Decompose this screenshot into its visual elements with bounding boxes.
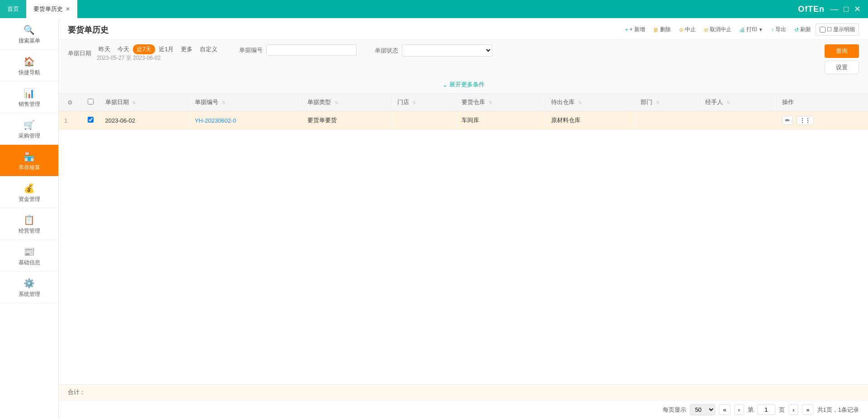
settings-button[interactable]: 设置 [825, 61, 859, 74]
top-bar-right: OfTEn — □ ✕ [798, 4, 868, 14]
sidebar-item-inventory[interactable]: 🏪 库存核算 [0, 145, 58, 176]
pending-warehouse-col-header: 待出仓库 ⇅ [546, 94, 635, 111]
sidebar-item-operation[interactable]: 📋 经营管理 [0, 208, 58, 240]
table-footer: 合计： [59, 384, 868, 400]
operation-icon: 📋 [24, 214, 35, 225]
sidebar-item-search[interactable]: 🔍 搜索菜单 [0, 18, 58, 50]
tab-close-icon[interactable]: ✕ [66, 6, 70, 12]
sidebar-item-sales-label: 销售管理 [19, 100, 40, 108]
sidebar-item-sales[interactable]: 📊 销售管理 [0, 81, 58, 113]
expand-filter-button[interactable]: ⌄ 展开更多条件 [443, 81, 485, 89]
filter-fields: 单据日期 昨天 今天 近7天 近1月 更多 自定义 2023-05-27 至 2… [68, 44, 816, 62]
last-page-button[interactable]: » [802, 405, 813, 415]
doc-date-col-label: 单据日期 [105, 99, 129, 105]
query-button[interactable]: 查询 [825, 44, 859, 58]
window-close-icon[interactable]: ✕ [854, 4, 861, 14]
stop-label: 中止 [685, 26, 696, 33]
display-cell-button[interactable]: ☐ 显示明细 [816, 24, 859, 36]
footer-total-label: 合计： [68, 388, 85, 396]
refresh-icon: ↺ [794, 27, 799, 33]
store-sort-icon[interactable]: ⇅ [412, 100, 416, 105]
table-settings-icon[interactable]: ⚙ [67, 99, 73, 106]
docstatus-select[interactable] [402, 44, 492, 57]
sidebar-item-operation-label: 经营管理 [19, 227, 40, 235]
date-btn-7days[interactable]: 近7天 [133, 44, 155, 54]
content-area: 要货单历史 + + 新增 🗑 删除 ⊘ 中止 ⊘ 取消中止 [59, 18, 868, 419]
delete-button[interactable]: 🗑 删除 [650, 24, 675, 35]
date-btn-today[interactable]: 今天 [114, 44, 133, 54]
doc-type-col-label: 单据类型 [307, 99, 331, 105]
display-cell-checkbox[interactable] [820, 27, 826, 33]
doc-date-sort-icon[interactable]: ⇅ [132, 100, 136, 105]
page-unit: 页 [779, 406, 785, 414]
docstatus-filter-label: 单据状态 [375, 47, 398, 55]
sidebar-item-system[interactable]: ⚙️ 系统管理 [0, 271, 58, 303]
row-doc-no-link[interactable]: YH-20230602-0 [195, 117, 236, 124]
tab-home[interactable]: 首页 [0, 0, 26, 18]
sidebar-item-finance[interactable]: 💰 资金管理 [0, 176, 58, 208]
first-page-button[interactable]: « [719, 405, 730, 415]
prev-page-button[interactable]: ‹ [734, 405, 744, 415]
page-size-select[interactable]: 50 10 20 100 [690, 404, 715, 415]
settings-col-header: ⚙ [59, 94, 81, 111]
page-size-label: 每页显示 [663, 406, 686, 414]
sidebar-item-quick-nav[interactable]: 🏠 快捷导航 [0, 50, 58, 81]
table-body: 1 2023-06-02 YH-20230602-0 要货单要货 车间库 原材料… [59, 111, 868, 130]
req-warehouse-sort-icon[interactable]: ⇅ [489, 100, 492, 105]
finance-icon: 💰 [24, 183, 35, 194]
refresh-label: 刷新 [800, 26, 811, 33]
row-req-warehouse: 车间库 [456, 111, 546, 130]
sidebar-item-purchase[interactable]: 🛒 采购管理 [0, 113, 58, 145]
row-more-button[interactable]: ⋮⋮ [797, 116, 814, 125]
sidebar-item-system-label: 系统管理 [19, 290, 40, 298]
date-btn-custom[interactable]: 自定义 [196, 44, 221, 54]
row-store [392, 111, 456, 130]
dept-sort-icon[interactable]: ⇅ [656, 100, 660, 105]
header-row: ⚙ 单据日期 ⇅ 单据编号 ⇅ [59, 94, 868, 111]
sidebar-item-basic-info[interactable]: 📰 基础信息 [0, 240, 58, 271]
doc-no-sort-icon[interactable]: ⇅ [222, 100, 225, 105]
window-minimize-icon[interactable]: — [830, 5, 838, 14]
row-checkbox-cell [81, 111, 99, 130]
sidebar-item-purchase-label: 采购管理 [19, 132, 40, 140]
display-cell-label: ☐ 显示明细 [827, 26, 855, 33]
window-maximize-icon[interactable]: □ [844, 5, 849, 14]
date-range-text: 2023-05-27 至 2023-06-02 [97, 54, 221, 62]
print-button[interactable]: 🖨 打印 ▼ [736, 24, 767, 35]
doc-date-col-header: 单据日期 ⇅ [99, 94, 189, 111]
stop-button[interactable]: ⊘ 中止 [675, 24, 699, 35]
date-filter-buttons: 昨天 今天 近7天 近1月 更多 自定义 [95, 44, 221, 54]
pending-warehouse-sort-icon[interactable]: ⇅ [578, 100, 582, 105]
tab-home-label: 首页 [7, 5, 19, 13]
export-button[interactable]: ↑ 导出 [768, 24, 790, 35]
basic-info-icon: 📰 [24, 246, 35, 257]
doc-no-col-label: 单据编号 [195, 99, 218, 105]
date-btn-1month[interactable]: 近1月 [155, 44, 177, 54]
refresh-button[interactable]: ↺ 刷新 [791, 24, 815, 35]
system-icon: ⚙️ [24, 278, 35, 289]
expand-down-icon: ⌄ [443, 81, 448, 88]
pending-warehouse-col-label: 待出仓库 [551, 99, 575, 105]
row-num: 1 [59, 111, 81, 130]
page-label: 第 [748, 406, 754, 414]
cancel-stop-button[interactable]: ⊘ 取消中止 [700, 24, 735, 35]
page-number-input[interactable] [757, 405, 775, 415]
req-warehouse-col-label: 要货仓库 [462, 99, 485, 105]
sidebar-item-inventory-label: 库存核算 [19, 164, 40, 171]
handler-sort-icon[interactable]: ⇅ [726, 100, 730, 105]
sidebar-item-search-label: 搜索菜单 [19, 37, 40, 45]
new-button[interactable]: + + 新增 [621, 24, 648, 35]
row-edit-button[interactable]: ✏ [782, 116, 793, 125]
doc-type-sort-icon[interactable]: ⇅ [335, 100, 338, 105]
req-warehouse-col-header: 要货仓库 ⇅ [456, 94, 546, 111]
docstatus-filter-group: 单据状态 [375, 44, 492, 57]
export-icon: ↑ [771, 27, 774, 33]
next-page-button[interactable]: › [788, 405, 798, 415]
sales-icon: 📊 [24, 88, 35, 99]
row-checkbox[interactable] [88, 117, 94, 123]
select-all-checkbox[interactable] [88, 99, 94, 105]
date-btn-yesterday[interactable]: 昨天 [95, 44, 114, 54]
docno-input[interactable] [266, 44, 357, 56]
date-btn-more[interactable]: 更多 [177, 44, 196, 54]
tab-history[interactable]: 要货单历史 ✕ [26, 0, 77, 18]
